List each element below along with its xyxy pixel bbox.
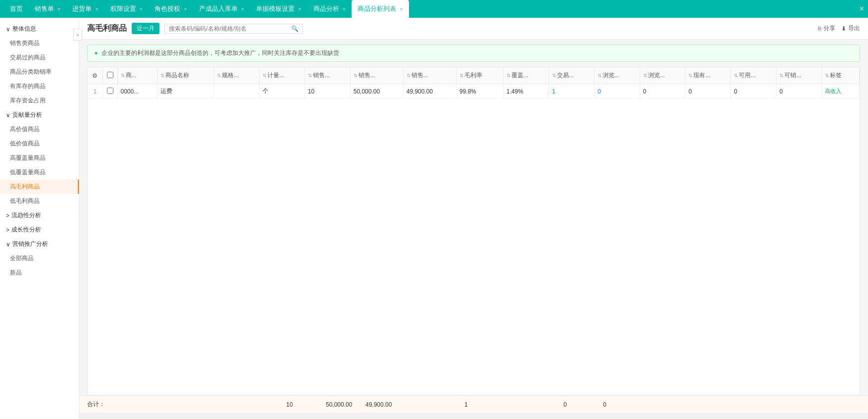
col-header-saleable[interactable]: ⇅可销... — [776, 67, 822, 84]
sidebar: ∨整体信息销售类商品交易过的商品商品分类助销率有库存的商品库存资金占用∨贡献量分… — [0, 18, 79, 419]
sort-icon: ⇅ — [407, 73, 410, 78]
sort-icon: ⇅ — [598, 73, 602, 78]
info-banner-text: 企业的主要的利润都是这部分商品创造的，可考虑加大推广，同时关注库存是不要出现缺货 — [102, 49, 339, 57]
col-header-available[interactable]: ⇅可用... — [731, 67, 776, 84]
col-header-view2[interactable]: ⇅浏览... — [640, 67, 685, 84]
sidebar-item-全部商品[interactable]: 全部商品 — [0, 251, 79, 266]
row-checkbox[interactable] — [102, 84, 117, 99]
nav-close-icon[interactable]: × — [140, 6, 143, 12]
nav-close-icon[interactable]: × — [400, 6, 403, 12]
row-sales-amount: 50,000.00 — [350, 84, 403, 99]
sidebar-item-交易过的商品[interactable]: 交易过的商品 — [0, 50, 79, 65]
sort-icon: ⇅ — [643, 73, 647, 78]
col-header-unit[interactable]: ⇅计量... — [259, 67, 305, 84]
sidebar-item-高毛利商品[interactable]: 高毛利商品 — [0, 180, 79, 194]
chevron-icon: > — [6, 227, 9, 233]
main-layout: ∨整体信息销售类商品交易过的商品商品分类助销率有库存的商品库存资金占用∨贡献量分… — [0, 18, 868, 419]
col-header-gross_margin[interactable]: ⇅毛利率 — [456, 67, 503, 84]
search-box[interactable]: 🔍 — [164, 24, 303, 34]
sort-icon: ⇅ — [825, 73, 829, 78]
data-table: ⚙⇅商...⇅商品名称⇅规格...⇅计量...⇅销售...⇅销售...⇅销售..… — [88, 67, 860, 99]
header-actions: ⎘ 分享 ⬇ 导出 — [818, 24, 860, 33]
nav-item-产成品入库单[interactable]: 产成品入库单× — [193, 0, 250, 18]
nav-item-商品分析列表[interactable]: 商品分析列表× — [352, 0, 408, 18]
nav-item-角色授权[interactable]: 角色授权× — [149, 0, 193, 18]
sort-icon: ⇅ — [688, 73, 692, 78]
sidebar-item-高覆盖量商品[interactable]: 高覆盖量商品 — [0, 151, 79, 165]
footer-sales-amount: 50,000.00 — [323, 401, 362, 408]
sidebar-group-贡献量分析[interactable]: ∨贡献量分析 — [0, 108, 79, 122]
search-input[interactable] — [169, 25, 289, 32]
sort-icon: ⇅ — [507, 73, 511, 78]
close-all-button[interactable]: × — [860, 4, 864, 13]
row-code: 0000... — [117, 84, 157, 99]
sort-icon: ⇅ — [734, 73, 738, 78]
nav-item-首页[interactable]: 首页 — [4, 0, 29, 18]
col-header-sales_amount[interactable]: ⇅销售... — [350, 67, 403, 84]
sidebar-item-低覆盖量商品[interactable]: 低覆盖量商品 — [0, 165, 79, 180]
data-table-container: ⚙⇅商...⇅商品名称⇅规格...⇅计量...⇅销售...⇅销售...⇅销售..… — [87, 67, 860, 395]
nav-item-权限设置[interactable]: 权限设置× — [104, 0, 149, 18]
sidebar-item-新品[interactable]: 新品 — [0, 266, 79, 280]
export-button[interactable]: ⬇ 导出 — [841, 24, 860, 33]
nav-close-icon[interactable]: × — [57, 6, 60, 12]
row-view1-link[interactable]: 0 — [598, 88, 601, 95]
row-transaction[interactable]: 1 — [549, 84, 594, 99]
sidebar-item-低毛利商品[interactable]: 低毛利商品 — [0, 194, 79, 208]
col-header-spec[interactable]: ⇅规格... — [214, 67, 259, 84]
sidebar-item-有库存的商品[interactable]: 有库存的商品 — [0, 79, 79, 93]
col-header-sales_qty[interactable]: ⇅销售... — [305, 67, 350, 84]
export-icon: ⬇ — [841, 25, 846, 32]
nav-item-商品分析[interactable]: 商品分析× — [307, 0, 352, 18]
col-header-sales_cost[interactable]: ⇅销售... — [403, 67, 456, 84]
sidebar-collapse-button[interactable]: « — [73, 29, 82, 41]
select-all-checkbox[interactable] — [107, 72, 113, 78]
share-button[interactable]: ⎘ 分享 — [818, 24, 835, 33]
sidebar-item-商品分类助销率[interactable]: 商品分类助销率 — [0, 65, 79, 79]
sidebar-item-销售类商品[interactable]: 销售类商品 — [0, 36, 79, 50]
sidebar-group-流趋性分析[interactable]: >流趋性分析 — [0, 208, 79, 223]
settings-icon[interactable]: ⚙ — [92, 72, 98, 79]
col-header-coverage[interactable]: ⇅覆盖... — [503, 67, 549, 84]
group-label: 整体信息 — [12, 25, 36, 33]
nav-item-进货单[interactable]: 进货单× — [66, 0, 104, 18]
col-header-name[interactable]: ⇅商品名称 — [157, 67, 213, 84]
search-icon[interactable]: 🔍 — [291, 25, 299, 32]
chevron-icon: ∨ — [6, 241, 10, 248]
row-tag[interactable]: 高收入 — [822, 84, 860, 99]
row-select-checkbox[interactable] — [107, 88, 113, 94]
sidebar-item-库存资金占用[interactable]: 库存资金占用 — [0, 93, 79, 108]
share-icon: ⎘ — [818, 25, 821, 32]
nav-close-icon[interactable]: × — [95, 6, 98, 12]
sort-icon: ⇅ — [160, 73, 164, 78]
sidebar-group-营销推广分析[interactable]: ∨营销推广分析 — [0, 237, 79, 251]
table-row: 10000...运费个1050,000.0049,900.0099.8%1.49… — [88, 84, 860, 99]
footer-sales-qty: 10 — [283, 401, 323, 408]
sort-icon: ⇅ — [779, 73, 783, 78]
sidebar-item-低价值商品[interactable]: 低价值商品 — [0, 137, 79, 151]
sidebar-group-整体信息[interactable]: ∨整体信息 — [0, 22, 79, 36]
col-header-current_stock[interactable]: ⇅现有... — [685, 67, 731, 84]
sort-icon: ⇅ — [552, 73, 556, 78]
row-view1[interactable]: 0 — [594, 84, 640, 99]
nav-close-icon[interactable]: × — [184, 6, 187, 12]
group-label: 流趋性分析 — [11, 211, 41, 220]
row-spec — [214, 84, 259, 99]
col-header-code[interactable]: ⇅商... — [117, 67, 157, 84]
nav-close-icon[interactable]: × — [343, 6, 346, 12]
col-header-tag[interactable]: ⇅标签 — [822, 67, 860, 84]
nav-close-icon[interactable]: × — [241, 6, 244, 12]
horizontal-scrollbar[interactable] — [79, 413, 868, 419]
sidebar-item-高价值商品[interactable]: 高价值商品 — [0, 122, 79, 137]
nav-item-销售单[interactable]: 销售单× — [29, 0, 66, 18]
group-label: 贡献量分析 — [12, 111, 42, 119]
nav-item-单据模板设置[interactable]: 单据模板设置× — [250, 0, 307, 18]
filter-recent-month-button[interactable]: 近一月 — [132, 23, 159, 34]
chevron-icon: ∨ — [6, 26, 10, 33]
row-view2: 0 — [640, 84, 685, 99]
nav-close-icon[interactable]: × — [298, 6, 301, 12]
sidebar-group-成长性分析[interactable]: >成长性分析 — [0, 223, 79, 237]
row-transaction-link[interactable]: 1 — [552, 88, 556, 95]
col-header-transaction[interactable]: ⇅交易... — [549, 67, 594, 84]
col-header-view1[interactable]: ⇅浏览... — [594, 67, 640, 84]
